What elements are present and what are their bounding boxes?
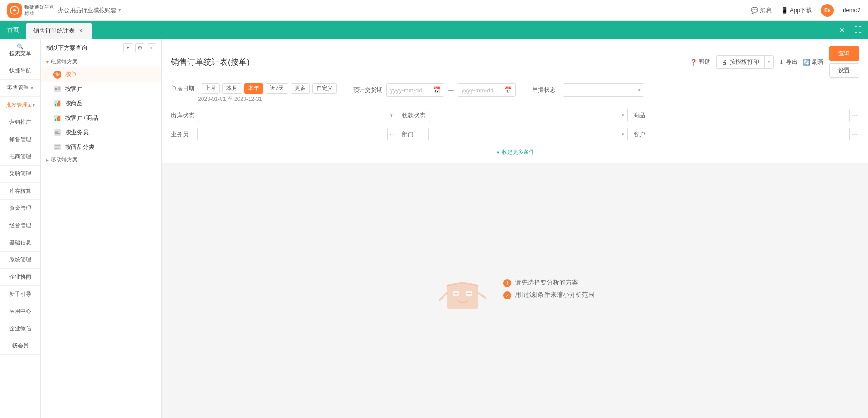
sidebar-item-wholesale[interactable]: 批发管理 ▴ — [0, 97, 40, 114]
tab-bar-close-btn[interactable]: ✕ — [835, 24, 848, 36]
dept-select-wrap — [428, 128, 627, 141]
sidebar-item-collab[interactable]: 企业协同 — [0, 269, 40, 286]
collapse-panel-btn[interactable]: « — [147, 43, 156, 52]
staff-ellipsis-icon[interactable]: ··· — [388, 131, 397, 138]
scheme-item-category[interactable]: 按商品分类 — [41, 140, 161, 154]
wholesale-label: 批发管理 — [6, 101, 28, 109]
empty-state-content: 1 请先选择要分析的方案 2 用[过滤]条件来缩小分析范围 — [435, 264, 594, 318]
customer-input[interactable] — [660, 128, 850, 141]
scheme-item-customer-product[interactable]: 按客户+商品 — [41, 111, 161, 125]
customer-ellipsis-icon[interactable]: ··· — [850, 131, 859, 138]
expected-date-end-input[interactable]: 📅 — [458, 83, 516, 97]
retail-label: 零售管理 — [7, 84, 29, 92]
status-group: 单据状态 — [532, 83, 648, 97]
sidebar-item-apps[interactable]: 应用中心 — [0, 303, 40, 320]
collapse-more-btn[interactable]: ∧ 收起更多条件 — [171, 145, 859, 160]
product-input[interactable] — [660, 109, 850, 122]
sidebar-item-search[interactable]: 🔍 搜索菜单 — [0, 39, 40, 62]
section-desktop[interactable]: ▾ 电脑端方案 — [41, 56, 161, 67]
status-select[interactable] — [563, 83, 644, 97]
sidebar-item-member[interactable]: 畅会员 — [0, 337, 40, 355]
help-btn[interactable]: ❓ 帮助 — [690, 58, 711, 66]
date-prev-month-btn[interactable]: 上月 — [201, 83, 220, 94]
sidebar-item-retail[interactable]: 零售管理 — [0, 80, 40, 97]
left-panel: 按以下方案查询 + ⚙ « ▾ 电脑端方案 按 按单 按客户 — [41, 39, 162, 418]
staff-input[interactable] — [197, 128, 388, 141]
payment-status-select-wrap — [429, 109, 627, 122]
expected-date-start-field[interactable] — [390, 87, 431, 94]
dept-select[interactable] — [428, 128, 627, 141]
sidebar-item-info[interactable]: 基础信息 — [0, 234, 40, 252]
tab-close-icon[interactable]: ✕ — [77, 27, 85, 34]
out-status-select[interactable] — [198, 109, 396, 122]
sidebar-item-ecom[interactable]: 电商管理 — [0, 148, 40, 166]
tab-sales-order[interactable]: 销售订单统计表 ✕ — [26, 23, 92, 39]
app-download-icon: 📱 — [781, 7, 788, 14]
sidebar-item-guide[interactable]: 新手引导 — [0, 286, 40, 303]
scheme-single-icon: 按 — [53, 71, 61, 79]
svg-rect-23 — [454, 293, 458, 294]
svg-rect-10 — [57, 117, 58, 121]
settings-btn[interactable]: 设置 — [829, 63, 859, 78]
date-current-month-btn[interactable]: 本月 — [222, 83, 241, 94]
sidebar-item-quick-nav[interactable]: 快捷导航 — [0, 62, 40, 80]
template-print-arrow[interactable]: ▾ — [765, 56, 773, 68]
add-scheme-btn[interactable]: + — [123, 43, 132, 52]
scheme-item-customer[interactable]: 按客户 — [41, 82, 161, 96]
date-current-year-btn[interactable]: 本年 — [244, 83, 263, 94]
date-label: 单据日期 — [171, 85, 198, 93]
template-print-main[interactable]: 🖨 按模板打印 — [717, 56, 765, 68]
template-print-btn[interactable]: 🖨 按模板打印 ▾ — [716, 55, 774, 69]
date-more-btn[interactable]: 更多 — [291, 83, 310, 94]
refresh-btn[interactable]: 🔄 刷新 — [803, 58, 824, 66]
page-actions: ❓ 帮助 🖨 按模板打印 ▾ ⬇ 导出 — [690, 46, 859, 78]
edit-scheme-btn[interactable]: ⚙ — [135, 43, 144, 52]
app-download-btn[interactable]: 📱 App下载 — [781, 6, 812, 14]
purchase-label: 采购管理 — [9, 170, 31, 178]
payment-status-select[interactable] — [429, 109, 627, 122]
avatar[interactable]: Ea — [821, 4, 834, 17]
sidebar: 🔍 搜索菜单 快捷导航 零售管理 批发管理 ▴ 营销推广 销售管理 电商管理 采… — [0, 39, 41, 418]
search-icon: 🔍 — [4, 43, 37, 50]
help-label: 帮助 — [699, 58, 711, 66]
sidebar-item-marketing[interactable]: 营销推广 — [0, 114, 40, 131]
query-btn[interactable]: 查询 — [829, 46, 859, 61]
section-mobile[interactable]: ▸ 移动端方案 — [41, 154, 161, 166]
scheme-item-single[interactable]: 按 按单 — [41, 67, 161, 82]
expected-date-end-field[interactable] — [462, 87, 502, 94]
sidebar-item-system[interactable]: 系统管理 — [0, 252, 40, 269]
app-download-label: App下载 — [790, 6, 812, 14]
date-last7-btn[interactable]: 近7天 — [266, 83, 288, 94]
tab-home[interactable]: 首页 — [0, 21, 26, 39]
date-custom-btn[interactable]: 自定义 — [312, 83, 337, 94]
sales-label: 销售管理 — [9, 136, 31, 143]
scheme-staff-label: 按业务员 — [65, 128, 89, 137]
help-icon: ❓ — [690, 59, 697, 66]
sidebar-item-business[interactable]: 经营管理 — [0, 217, 40, 234]
calendar-start-icon[interactable]: 📅 — [433, 86, 440, 94]
scheme-customer-icon — [53, 85, 61, 93]
info-label: 基础信息 — [9, 239, 31, 247]
sidebar-item-purchase[interactable]: 采购管理 — [0, 166, 40, 183]
sidebar-item-sales[interactable]: 销售管理 — [0, 131, 40, 148]
sidebar-item-inventory[interactable]: 库存核算 — [0, 183, 40, 200]
expected-date-start-input[interactable]: 📅 — [386, 83, 444, 97]
staff-cell: 业务员 ··· — [171, 128, 396, 141]
message-btn[interactable]: 💬 消息 — [751, 6, 772, 14]
scheme-single-label: 按单 — [65, 71, 77, 79]
svg-rect-11 — [58, 116, 60, 121]
out-status-cell: 出库状态 — [171, 109, 396, 122]
export-btn[interactable]: ⬇ 导出 — [779, 58, 797, 66]
sidebar-item-wechat[interactable]: 企业微信 — [0, 320, 40, 337]
scheme-item-staff[interactable]: 按业务员 — [41, 125, 161, 140]
page-title: 销售订单统计表(按单) — [171, 57, 250, 67]
tab-bar-expand-btn[interactable]: ⛶ — [852, 24, 864, 36]
finance-label: 资金管理 — [9, 204, 31, 212]
section-desktop-label: 电脑端方案 — [51, 58, 78, 66]
svg-rect-13 — [55, 133, 60, 134]
scheme-item-product[interactable]: 按商品 — [41, 96, 161, 111]
sidebar-item-finance[interactable]: 资金管理 — [0, 200, 40, 217]
calendar-end-icon[interactable]: 📅 — [504, 86, 512, 94]
customer-input-wrap: ··· — [660, 128, 859, 141]
product-ellipsis-icon[interactable]: ··· — [850, 112, 859, 119]
